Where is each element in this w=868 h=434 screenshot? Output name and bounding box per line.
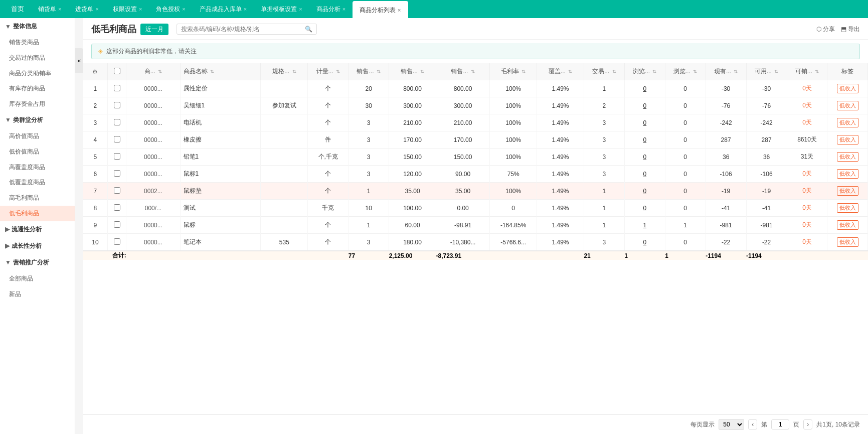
nav-close-analysis-list[interactable]: × [398, 7, 401, 13]
row-check[interactable] [107, 217, 126, 234]
view1-link[interactable]: 0 [643, 188, 646, 195]
row-name: 鼠标垫 [180, 183, 261, 200]
view1-link[interactable]: 0 [643, 136, 646, 143]
row-view1[interactable]: 0 [624, 149, 665, 166]
row-check[interactable] [107, 234, 126, 251]
th-sale-price[interactable]: 销售... ⇅ [389, 63, 436, 80]
th-name[interactable]: 商品名称 ⇅ [180, 63, 261, 80]
search-icon[interactable]: 🔍 [305, 26, 312, 33]
sidebar-item-high-cover[interactable]: 高覆盖度商品 [0, 160, 75, 175]
nav-close-roles[interactable]: × [182, 6, 185, 12]
nav-close-sales[interactable]: × [58, 6, 61, 12]
nav-analysis-list[interactable]: 商品分析列表 × [353, 1, 408, 19]
prev-page-btn[interactable]: ‹ [748, 419, 757, 429]
sidebar-item-stock-funds[interactable]: 库存资金占用 [0, 96, 75, 112]
nav-purchase[interactable]: 进货单 × [68, 0, 105, 18]
row-check[interactable] [107, 80, 126, 97]
row-view1[interactable]: 0 [624, 131, 665, 149]
sidebar-item-in-stock[interactable]: 有库存的商品 [0, 81, 75, 96]
th-spec[interactable]: 规格... ⇅ [261, 63, 308, 80]
view1-link[interactable]: 1 [643, 222, 646, 229]
th-tag[interactable]: 标签 [827, 63, 868, 80]
page-input[interactable] [771, 419, 789, 429]
th-trade[interactable]: 交易... ⇅ [584, 63, 624, 80]
th-code[interactable]: 商... ⇅ [126, 63, 180, 80]
view1-link[interactable]: 0 [643, 102, 646, 109]
th-gross-rate[interactable]: 毛利率 ⇅ [490, 63, 537, 80]
th-sale-amt[interactable]: 销售... ⇅ [436, 63, 489, 80]
th-view2[interactable]: 浏览... ⇅ [665, 63, 706, 80]
th-settings[interactable]: ⚙ [83, 63, 107, 80]
row-view1[interactable]: 0 [624, 80, 665, 97]
export-button[interactable]: ⬒ 导出 [841, 25, 860, 34]
row-sale-num: 30 [349, 97, 389, 114]
nav-permissions[interactable]: 权限设置 × [106, 0, 149, 18]
nav-close-template[interactable]: × [299, 6, 302, 12]
row-view1[interactable]: 0 [624, 200, 665, 217]
nav-product-in[interactable]: 产品成品入库单 × [193, 0, 254, 18]
nav-home[interactable]: 首页 [4, 0, 31, 18]
settings-icon[interactable]: ⚙ [92, 68, 98, 75]
view1-link[interactable]: 0 [643, 239, 646, 246]
row-view1[interactable]: 0 [624, 114, 665, 131]
nav-close-purchase[interactable]: × [95, 6, 98, 12]
sidebar-item-sales-products[interactable]: 销售类商品 [0, 35, 75, 50]
nav-close-product-in[interactable]: × [244, 6, 247, 12]
next-page-btn[interactable]: › [803, 419, 812, 429]
th-avail[interactable]: 可用... ⇅ [746, 63, 787, 80]
row-sale-price: 170.00 [389, 131, 436, 149]
search-input[interactable] [181, 26, 305, 33]
row-view1[interactable]: 1 [624, 217, 665, 234]
row-view1[interactable]: 0 [624, 183, 665, 200]
nav-template[interactable]: 单据模板设置 × [254, 0, 309, 18]
row-cover: 1.49% [537, 183, 584, 200]
th-cover[interactable]: 覆盖... ⇅ [537, 63, 584, 80]
sidebar-item-all-products[interactable]: 全部商品 [0, 271, 75, 286]
filter-recent-month[interactable]: 近一月 [140, 24, 168, 35]
sidebar-group-overall[interactable]: ▼ 整体信息 [0, 18, 75, 35]
sidebar-item-low-cover[interactable]: 低覆盖度商品 [0, 175, 75, 190]
sidebar-item-category-rate[interactable]: 商品分类助销率 [0, 66, 75, 81]
sidebar-item-new-products[interactable]: 新品 [0, 286, 75, 302]
row-check[interactable] [107, 114, 126, 131]
sidebar-group-growth[interactable]: ▶ 成长性分析 [0, 238, 75, 254]
nav-analysis[interactable]: 商品分析 × [309, 0, 353, 18]
sidebar-group-liquidity[interactable]: ▶ 流通性分析 [0, 221, 75, 238]
nav-roles[interactable]: 角色授权 × [149, 0, 192, 18]
share-button[interactable]: ⬡ 分享 [816, 25, 835, 34]
sidebar-item-low-margin[interactable]: 低毛利商品 [0, 206, 75, 221]
table-row: 3 0000... 电话机 个 3 210.00 210.00 100% 1.4… [83, 114, 868, 131]
view1-link[interactable]: 0 [643, 119, 646, 126]
row-check[interactable] [107, 166, 126, 183]
sidebar-item-high-value[interactable]: 高价值商品 [0, 128, 75, 144]
row-check[interactable] [107, 131, 126, 149]
row-view1[interactable]: 0 [624, 97, 665, 114]
sidebar-collapse-button[interactable]: « [75, 48, 83, 73]
view1-link[interactable]: 0 [643, 205, 646, 212]
row-view1[interactable]: 0 [624, 234, 665, 251]
row-view1[interactable]: 0 [624, 166, 665, 183]
sidebar-group-marketing[interactable]: ▼ 营销推广分析 [0, 254, 75, 271]
row-check[interactable] [107, 183, 126, 200]
row-check[interactable] [107, 200, 126, 217]
th-stock[interactable]: 现有... ⇅ [706, 63, 746, 80]
view1-link[interactable]: 0 [643, 171, 646, 178]
sidebar-item-traded-products[interactable]: 交易过的商品 [0, 50, 75, 66]
th-view1[interactable]: 浏览... ⇅ [624, 63, 665, 80]
sidebar-item-low-value[interactable]: 低价值商品 [0, 144, 75, 160]
th-unit[interactable]: 计量... ⇅ [308, 63, 349, 80]
row-check[interactable] [107, 149, 126, 166]
row-check[interactable] [107, 97, 126, 114]
sidebar-item-high-margin[interactable]: 高毛利商品 [0, 190, 75, 206]
select-all-checkbox[interactable] [114, 68, 120, 74]
nav-close-analysis[interactable]: × [342, 6, 345, 12]
sidebar-group-cluster[interactable]: ▼ 类群堂分析 [0, 112, 75, 128]
view1-link[interactable]: 0 [643, 154, 646, 161]
th-sellable[interactable]: 可销... ⇅ [787, 63, 827, 80]
per-page-select[interactable]: 50 20 100 [719, 419, 744, 430]
view1-link[interactable]: 0 [643, 85, 646, 92]
th-check[interactable] [107, 63, 126, 80]
th-sale-num[interactable]: 销售... ⇅ [349, 63, 389, 80]
nav-sales[interactable]: 销货单 × [31, 0, 68, 18]
nav-close-permissions[interactable]: × [139, 6, 142, 12]
